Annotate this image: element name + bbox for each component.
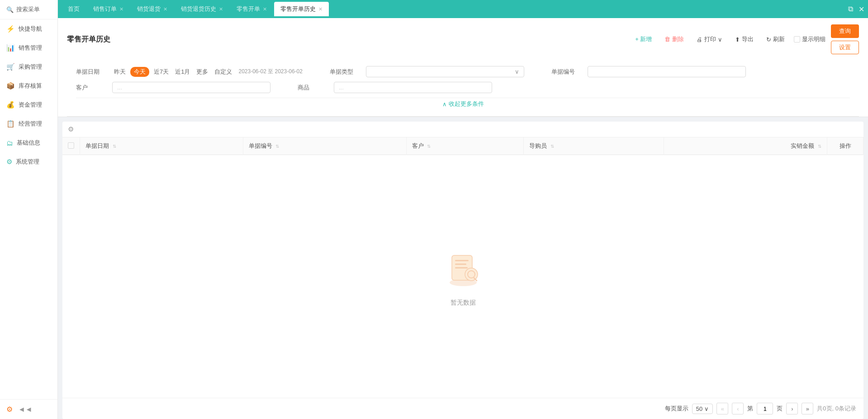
collapse-icon: ∧ [442,101,447,108]
page-prev-btn[interactable]: ‹ [732,403,744,414]
date-shortcut-last-month[interactable]: 近1月 [173,67,192,77]
tab-sales-return[interactable]: 销货退货 ✕ [131,2,174,16]
tab-sales-return-close[interactable]: ✕ [163,6,167,12]
collapse-more-btn[interactable]: ∧ 收起更多条件 [76,98,850,110]
tab-retail-open[interactable]: 零售开单 ✕ [230,2,273,16]
tab-restore-icon[interactable]: ⧉ [848,5,853,13]
content: 零售开单历史 + 新增 🗑 删除 🖨 打印 ∨ ⬆ 导出 ↻ [58,18,868,419]
th-no[interactable]: 单据编号 ⇅ [243,137,406,155]
tab-retail-open-close[interactable]: ✕ [263,6,267,12]
search-icon: 🔍 [6,6,14,13]
th-amount[interactable]: 实销金额 ⇅ [664,137,827,155]
inventory-icon: 📦 [6,82,15,90]
sales-mgmt-icon: 📊 [6,44,15,52]
tab-sales-order[interactable]: 销售订单 ✕ [87,2,130,16]
sort-guide-icon: ⇅ [550,144,554,149]
date-shortcut-today[interactable]: 今天 [130,67,149,77]
page-next-btn[interactable]: › [786,403,798,414]
tab-sales-return-label: 销货退货 [137,5,161,13]
refresh-label: 刷新 [773,35,785,43]
toolbar: + 新增 🗑 删除 🖨 打印 ∨ ⬆ 导出 ↻ 刷新 [631,24,859,54]
table-container: ⚙ 单据日期 ⇅ 单据编号 ⇅ [62,122,863,419]
th-guide[interactable]: 导购员 ⇅ [524,137,664,155]
sidebar-item-quick-nav[interactable]: ⚡ 快捷导航 [0,19,57,38]
collapse-text: 收起更多条件 [449,100,484,108]
sidebar-item-sys-mgmt[interactable]: ⚙ 系统管理 [0,152,57,171]
basic-info-icon: 🗂 [6,139,13,147]
print-label: 打印 [704,35,716,43]
doc-type-value [371,68,373,75]
export-icon: ⬆ [735,36,740,43]
doc-no-input[interactable] [588,66,746,77]
page-last-btn[interactable]: » [802,403,813,414]
select-all-checkbox[interactable] [68,142,74,149]
date-shortcut-yesterday[interactable]: 昨天 [112,67,128,77]
tab-sales-order-close[interactable]: ✕ [119,6,123,12]
page-first-btn[interactable]: « [716,403,728,414]
customer-label: 客户 [76,84,103,92]
th-customer[interactable]: 客户 ⇅ [406,137,524,155]
page-header: 零售开单历史 + 新增 🗑 删除 🖨 打印 ∨ ⬆ 导出 ↻ [58,18,868,117]
tab-sales-return-history[interactable]: 销货退货历史 ✕ [175,2,229,16]
collapse-icon[interactable]: ◄◄ [18,405,33,414]
sort-customer-icon: ⇅ [427,144,431,149]
tab-sales-return-history-label: 销货退货历史 [181,5,216,13]
date-range: 2023-06-02 至 2023-06-02 [238,68,302,75]
sidebar-item-operations[interactable]: 📋 经营管理 [0,114,57,133]
customer-dots: ... [117,84,122,91]
sys-mgmt-icon: ⚙ [6,158,12,166]
tab-retail-open-history[interactable]: 零售开单历史 ✕ [274,2,329,16]
display-detail-checkbox[interactable] [794,36,800,42]
export-label: 导出 [742,35,754,43]
th-date[interactable]: 单据日期 ⇅ [80,137,243,155]
purchase-mgmt-icon: 🛒 [6,63,15,71]
page-summary: 共0页, 0条记录 [817,405,856,413]
delete-button[interactable]: 🗑 删除 [661,33,688,45]
sort-no-icon: ⇅ [275,144,279,149]
tab-close-all-icon[interactable]: ✕ [859,5,864,14]
sidebar-item-inventory[interactable]: 📦 库存核算 [0,76,57,95]
query-action-group: 查询 设置 [831,24,859,54]
doc-type-select[interactable]: ∨ [366,66,524,77]
export-button[interactable]: ⬆ 导出 [731,33,757,45]
query-button[interactable]: 查询 [831,24,859,38]
filter-row-2: 客户 ... 商品 ... [76,82,850,93]
finance-icon: 💰 [6,101,15,109]
date-shortcut-more[interactable]: 更多 [194,67,210,77]
add-button[interactable]: + 新增 [631,33,655,45]
svg-rect-2 [455,260,469,261]
sidebar-item-sales-mgmt[interactable]: 📊 销售管理 [0,38,57,57]
sidebar-search[interactable]: 🔍 搜索采单 [0,0,57,19]
sidebar-item-label: 快捷导航 [19,25,42,33]
date-filter-label: 单据日期 [76,68,103,76]
page-label: 第 [747,405,753,413]
svg-rect-3 [455,264,466,265]
date-picker-group: 昨天 今天 近7天 近1月 更多 自定义 2023-06-02 至 2023-0… [112,67,303,77]
print-button[interactable]: 🖨 打印 ∨ [693,33,726,45]
sidebar-item-finance[interactable]: 💰 资金管理 [0,95,57,114]
sidebar-item-basic-info[interactable]: 🗂 基础信息 [0,133,57,152]
display-detail-toggle[interactable]: 显示明细 [794,35,825,43]
per-page-label: 每页显示 [665,405,688,413]
page-number-input[interactable] [757,403,773,414]
settings-icon[interactable]: ⚙ [6,405,13,414]
refresh-button[interactable]: ↻ 刷新 [763,33,788,45]
per-page-arrow: ∨ [704,405,709,412]
sidebar-item-purchase-mgmt[interactable]: 🛒 采购管理 [0,57,57,76]
tab-sales-return-history-close[interactable]: ✕ [219,6,223,12]
sidebar-item-label: 库存核算 [19,82,42,90]
sort-amount-icon: ⇅ [818,144,821,149]
th-select-all[interactable] [62,137,80,155]
date-shortcut-last7[interactable]: 近7天 [152,67,171,77]
settings-button[interactable]: 设置 [831,41,859,54]
customer-select[interactable]: ... [112,82,270,93]
pagination-bar: 每页显示 50 ∨ « ‹ 第 页 › » 共0页, 0条记录 [62,398,863,419]
per-page-select[interactable]: 50 ∨ [692,404,713,414]
tab-home[interactable]: 首页 [62,2,86,16]
table-settings-icon[interactable]: ⚙ [68,125,74,133]
sidebar-item-label: 基础信息 [17,139,40,147]
product-select[interactable]: ... [334,82,492,93]
product-label: 商品 [298,84,325,92]
tab-retail-open-history-close[interactable]: ✕ [318,6,323,12]
date-shortcut-custom[interactable]: 自定义 [213,67,234,77]
